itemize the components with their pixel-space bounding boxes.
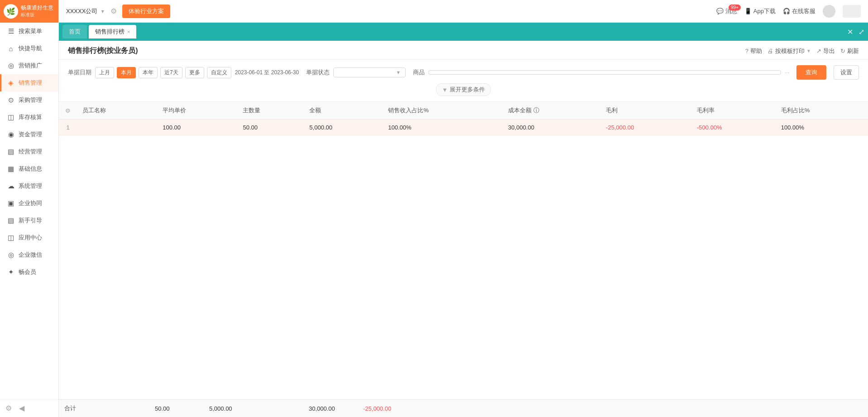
page-header: 销售排行榜(按业务员) ? 帮助 🖨 按模板打印 ▼ ↗ 导出 ↻ 刷新 <box>59 41 868 60</box>
refresh-icon: ↻ <box>840 48 845 54</box>
cell-qty: 50.00 <box>237 120 304 136</box>
sidebar-item-label: 系统管理 <box>19 182 42 190</box>
megaphone-icon: ◎ <box>7 62 15 70</box>
tab-home[interactable]: 首页 <box>62 25 87 38</box>
online-service-label: 在线客服 <box>792 7 815 15</box>
header-settings-icon[interactable]: ⚙ <box>110 7 117 15</box>
headset-icon: 🎧 <box>783 8 790 14</box>
sidebar-item-inventory[interactable]: ◫ 库存核算 <box>0 109 58 126</box>
table-body: 1 100.00 50.00 5,000.00 100.00% 30,000.0… <box>59 120 868 136</box>
sidebar-item-basic[interactable]: ▦ 基础信息 <box>0 160 58 177</box>
active-tab-label: 销售排行榜 <box>95 28 125 36</box>
phone-icon: 📱 <box>744 8 752 14</box>
this-month-btn[interactable]: 本月 <box>117 67 136 78</box>
table-footer: 合计 50.00 5,000.00 30,000.00 -25,000.00 <box>59 399 868 417</box>
trial-button[interactable]: 体验行业方案 <box>122 5 170 18</box>
table-header: ⚙ 员工名称 平均单价 主数量 全额 销售收入占比% 成本全额 ⓘ 毛利 毛利率… <box>59 102 868 120</box>
app-download-item[interactable]: 📱 App下载 <box>744 7 776 15</box>
th-gross-ratio: 毛利占比% <box>776 102 868 120</box>
sidebar-item-member[interactable]: ✦ 畅会员 <box>0 264 58 281</box>
company-name: XXXXX公司 <box>66 7 97 15</box>
filter-area: 单据日期 上月 本月 本年 近7天 更多 自定义 2023-06-01 至 20… <box>59 60 868 102</box>
tab-bar: 首页 销售排行榜 × ✕ ⤢ <box>59 23 868 41</box>
cell-gross-ratio: 100.00% <box>776 120 868 136</box>
sidebar-item-system[interactable]: ☁ 系统管理 <box>0 177 58 195</box>
column-settings-icon[interactable]: ⚙ <box>65 107 71 114</box>
status-chevron-icon: ▼ <box>396 70 401 75</box>
sidebar-item-marketing[interactable]: ◎ 营销推广 <box>0 57 58 74</box>
query-button[interactable]: 查询 <box>796 65 826 80</box>
template-print-label: 按模板打印 <box>775 47 805 55</box>
sidebar-item-label: 企业微信 <box>19 251 42 259</box>
goods-select[interactable] <box>428 70 781 75</box>
last-month-btn[interactable]: 上月 <box>95 67 114 78</box>
sidebar-item-wechat[interactable]: ◎ 企业微信 <box>0 246 58 264</box>
sidebar-item-label: 采购管理 <box>19 96 42 104</box>
sidebar-item-enterprise[interactable]: ▣ 企业协同 <box>0 195 58 212</box>
expand-more-button[interactable]: ▼ 展开更多条件 <box>436 83 491 96</box>
footer-qty: 50.00 <box>155 405 200 412</box>
message-badge: 99+ <box>729 5 741 10</box>
th-gross: 毛利 <box>600 102 691 120</box>
status-select[interactable]: ▼ <box>333 67 406 77</box>
custom-date-btn[interactable]: 自定义 <box>207 67 231 78</box>
sidebar-item-label: 基础信息 <box>19 165 42 173</box>
sidebar-item-purchase[interactable]: ⊙ 采购管理 <box>0 91 58 109</box>
footer-gross: -25,000.00 <box>363 405 408 412</box>
message-item[interactable]: 💬 消息 99+ <box>716 7 737 15</box>
th-gross-rate: 毛利率 <box>691 102 776 120</box>
refresh-label: 刷新 <box>847 47 859 55</box>
sidebar-item-sales[interactable]: ◈ 销售管理 <box>0 74 58 91</box>
member-icon: ✦ <box>7 268 15 276</box>
avatar[interactable] <box>823 5 835 18</box>
cell-cost: 30,000.00 <box>503 120 600 136</box>
date-range-display: 2023-06-01 至 2023-06-30 <box>235 69 299 77</box>
more-date-btn[interactable]: 更多 <box>185 67 204 78</box>
filter-more-icon[interactable]: ··· <box>785 69 789 76</box>
collapse-icon[interactable]: ◀ <box>19 404 24 412</box>
settings-bottom-icon[interactable]: ⚙ <box>5 404 12 412</box>
sidebar-item-guide[interactable]: ▤ 新手引导 <box>0 212 58 229</box>
last7days-btn[interactable]: 近7天 <box>160 67 182 78</box>
status-filter-group: 单据状态 ▼ <box>306 67 406 77</box>
date-filter-label: 单据日期 <box>68 68 91 77</box>
cell-rank: 1 <box>59 120 77 136</box>
sidebar-item-shortcut[interactable]: ⌂ 快捷导航 <box>0 40 58 57</box>
chevron-down-icon: ▼ <box>100 9 105 14</box>
date-filter-buttons: 上月 本月 本年 近7天 更多 自定义 <box>95 67 231 78</box>
footer-cost: 30,000.00 <box>309 405 354 412</box>
company-selector[interactable]: XXXXX公司 ▼ <box>66 7 105 15</box>
sidebar-item-finance[interactable]: ◉ 资金管理 <box>0 126 58 143</box>
appstore-icon: ◫ <box>7 234 15 242</box>
wechat-icon: ◎ <box>7 251 15 259</box>
table-row: 1 100.00 50.00 5,000.00 100.00% 30,000.0… <box>59 120 868 136</box>
template-print-button[interactable]: 🖨 按模板打印 ▼ <box>767 47 811 55</box>
export-label: 导出 <box>823 47 835 55</box>
help-label: 帮助 <box>750 47 762 55</box>
logo-text-block: 畅康通好生意 标准版 <box>21 5 53 18</box>
logo-title: 畅康通好生意 <box>21 5 53 12</box>
this-year-btn[interactable]: 本年 <box>139 67 158 78</box>
home-icon: ⌂ <box>7 45 15 53</box>
tab-expand-icon[interactable]: ⤢ <box>858 28 864 36</box>
online-service-item[interactable]: 🎧 在线客服 <box>783 7 815 15</box>
goods-filter-label: 商品 <box>413 68 425 77</box>
th-qty: 主数量 <box>237 102 304 120</box>
sidebar-item-search[interactable]: ☰ 搜索菜单 <box>0 23 58 40</box>
tab-close-icon[interactable]: × <box>127 29 130 34</box>
sidebar-item-label: 搜索菜单 <box>19 27 42 35</box>
sidebar-item-label: 经营管理 <box>19 148 42 156</box>
sidebar-item-appstore[interactable]: ◫ 应用中心 <box>0 229 58 246</box>
sidebar-item-label: 销售管理 <box>19 79 42 87</box>
cell-sales-ratio: 100.00% <box>383 120 503 136</box>
tab-sales-ranking[interactable]: 销售排行榜 × <box>89 25 136 38</box>
header-right: 💬 消息 99+ 📱 App下载 🎧 在线客服 <box>716 5 861 18</box>
sidebar-item-operation[interactable]: ▤ 经营管理 <box>0 143 58 160</box>
export-button[interactable]: ↗ 导出 <box>816 47 835 55</box>
help-button[interactable]: ? 帮助 <box>745 47 762 55</box>
tab-close-window-icon[interactable]: ✕ <box>847 28 853 36</box>
cell-employee <box>77 120 157 136</box>
refresh-button[interactable]: ↻ 刷新 <box>840 47 859 55</box>
main-area: XXXXX公司 ▼ ⚙ 体验行业方案 💬 消息 99+ 📱 App下载 🎧 在线… <box>59 0 868 417</box>
filter-settings-button[interactable]: 设置 <box>834 65 859 80</box>
